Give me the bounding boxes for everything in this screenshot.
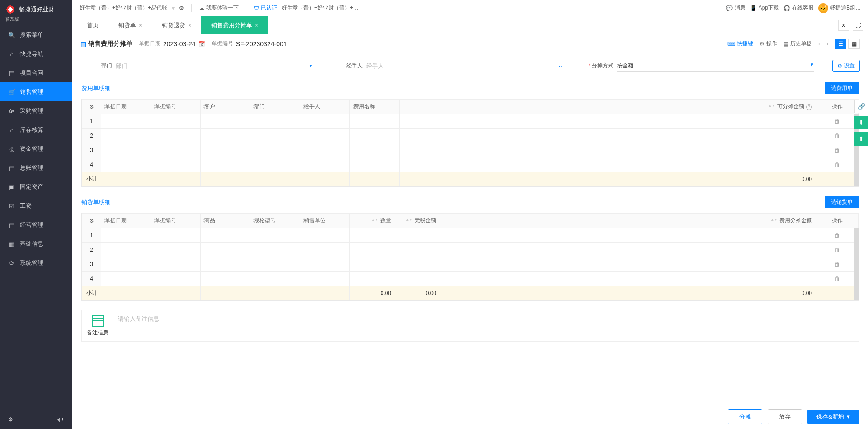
- tab-home[interactable]: 首页: [77, 16, 108, 34]
- topbar-gear-icon[interactable]: ⚙: [179, 5, 184, 11]
- select-fee-button[interactable]: 选费用单: [825, 82, 859, 94]
- view-list-button[interactable]: ☰: [835, 39, 846, 49]
- col-feename[interactable]: ▲▼费用名称: [350, 100, 400, 114]
- nav-search[interactable]: 🔍搜索菜单: [0, 25, 72, 44]
- remarks-input[interactable]: [113, 310, 859, 341]
- column-gear[interactable]: ⚙: [82, 214, 101, 228]
- table-row[interactable]: 1🗑: [82, 228, 859, 243]
- col-date[interactable]: ▲▼单据日期: [101, 100, 151, 114]
- nav-system[interactable]: ⟳系统管理: [0, 253, 72, 272]
- col-code[interactable]: ▲▼单据编号: [151, 100, 201, 114]
- nav-quicknav[interactable]: ⌂快捷导航: [0, 44, 72, 63]
- handler-input[interactable]: [366, 61, 561, 72]
- col-handler[interactable]: ▲▼经手人: [300, 100, 350, 114]
- settings-button[interactable]: ⚙设置: [832, 60, 860, 72]
- sort-icon[interactable]: ▲▼: [203, 104, 206, 110]
- sort-icon[interactable]: ▲▼: [103, 104, 107, 110]
- sort-icon[interactable]: ▲▼: [371, 219, 378, 221]
- table-row[interactable]: 3🗑: [82, 257, 859, 272]
- operate-link[interactable]: ⚙操作: [760, 40, 777, 48]
- scrollbar[interactable]: [854, 228, 859, 300]
- next-button[interactable]: ›: [826, 41, 828, 47]
- export-button[interactable]: ⬆: [854, 132, 868, 146]
- user-menu[interactable]: 🐱畅捷通B组…: [818, 3, 861, 13]
- col-spec[interactable]: ▲▼规格型号: [250, 214, 300, 228]
- close-icon[interactable]: ×: [139, 22, 142, 29]
- nav-ledger[interactable]: ▤总账管理: [0, 158, 72, 177]
- allocate-button[interactable]: 分摊: [728, 409, 762, 424]
- tab-sales-return[interactable]: 销货退货×: [152, 16, 201, 34]
- nav-project[interactable]: ▤项目合同: [0, 63, 72, 82]
- delete-icon[interactable]: 🗑: [835, 162, 840, 168]
- sort-icon[interactable]: ▲▼: [768, 105, 775, 107]
- close-icon[interactable]: ×: [255, 22, 258, 29]
- calendar-icon[interactable]: 📅: [198, 41, 205, 47]
- col-customer[interactable]: ▲▼客户: [201, 100, 250, 114]
- nav-business[interactable]: ▤经营管理: [0, 215, 72, 234]
- nav-salary[interactable]: ☑工资: [0, 196, 72, 215]
- dept-input[interactable]: [116, 61, 312, 72]
- table-row[interactable]: 2🗑: [82, 243, 859, 257]
- import-button[interactable]: ⬇: [854, 116, 868, 129]
- download-link[interactable]: 📱App下载: [750, 4, 779, 12]
- nav-purchase[interactable]: 🛍采购管理: [0, 101, 72, 120]
- chevron-down-icon[interactable]: ▼: [308, 63, 313, 68]
- view-grid-button[interactable]: ▦: [848, 39, 860, 49]
- nav-sales[interactable]: 🛒销售管理: [0, 82, 72, 101]
- close-all-button[interactable]: ✕: [838, 20, 849, 31]
- column-gear[interactable]: ⚙: [82, 100, 101, 114]
- history-link[interactable]: ▤历史单据: [783, 40, 812, 48]
- service-link[interactable]: 🎧在线客服: [783, 4, 814, 12]
- table-row[interactable]: 2🗑: [82, 129, 859, 143]
- table-row[interactable]: 1🗑: [82, 114, 859, 129]
- col-alloc-amount[interactable]: ▲▼可分摊金额?: [400, 100, 816, 114]
- chevron-down-icon[interactable]: ▾: [172, 5, 175, 11]
- tab-sales-order[interactable]: 销货单×: [108, 16, 152, 34]
- sort-icon[interactable]: ▲▼: [153, 218, 156, 224]
- nav-inventory[interactable]: ⌂库存核算: [0, 120, 72, 139]
- sort-icon[interactable]: ▲▼: [252, 218, 256, 224]
- nav-funds[interactable]: ◎资金管理: [0, 139, 72, 158]
- sort-icon[interactable]: ▲▼: [302, 104, 306, 110]
- sort-icon[interactable]: ▲▼: [352, 104, 355, 110]
- attach-button[interactable]: 🔗: [854, 100, 868, 113]
- save-new-button[interactable]: 保存&新增▾: [807, 410, 859, 424]
- more-icon[interactable]: ···: [557, 63, 564, 69]
- breadcrumb[interactable]: 好生意（普）+好业财（普）+易代账: [80, 4, 167, 12]
- sort-icon[interactable]: ▲▼: [252, 104, 256, 110]
- close-icon[interactable]: ×: [188, 22, 191, 29]
- settings-icon[interactable]: ⚙: [8, 416, 13, 423]
- messages-link[interactable]: 💬消息: [726, 4, 745, 12]
- col-date[interactable]: ▲▼单据日期: [101, 214, 151, 228]
- fullscreen-button[interactable]: ⛶: [853, 20, 863, 31]
- shortcut-link[interactable]: ⌨快捷键: [727, 40, 753, 48]
- date-value[interactable]: 2023-03-24: [163, 40, 196, 48]
- nav-basedata[interactable]: ▦基础信息: [0, 234, 72, 253]
- delete-icon[interactable]: 🗑: [835, 232, 840, 238]
- discard-button[interactable]: 放弃: [768, 409, 802, 424]
- sort-icon[interactable]: ▲▼: [302, 218, 306, 224]
- col-product[interactable]: ▲▼商品: [201, 214, 250, 228]
- delete-icon[interactable]: 🗑: [835, 133, 840, 139]
- nav-assets[interactable]: ▣固定资产: [0, 177, 72, 196]
- col-dept[interactable]: ▲▼部门: [250, 100, 300, 114]
- col-fee-alloc[interactable]: ▲▼费用分摊金额: [440, 214, 816, 228]
- table-row[interactable]: 4🗑: [82, 157, 859, 172]
- col-unit[interactable]: ▲▼销售单位: [300, 214, 350, 228]
- delete-icon[interactable]: 🗑: [835, 147, 840, 153]
- col-qty[interactable]: ▲▼数量: [350, 214, 395, 228]
- delete-icon[interactable]: 🗑: [835, 118, 840, 124]
- sort-icon[interactable]: ▲▼: [103, 218, 107, 224]
- col-code[interactable]: ▲▼单据编号: [151, 214, 201, 228]
- sort-icon[interactable]: ▲▼: [153, 104, 156, 110]
- alloc-select[interactable]: 按金额▼: [617, 60, 814, 72]
- delete-icon[interactable]: 🗑: [835, 261, 840, 267]
- help-icon[interactable]: ?: [806, 104, 812, 110]
- delete-icon[interactable]: 🗑: [835, 276, 840, 282]
- select-sales-button[interactable]: 选销货单: [825, 196, 859, 208]
- table-row[interactable]: 4🗑: [82, 272, 859, 286]
- tab-sales-allocation[interactable]: 销售费用分摊单×: [201, 16, 268, 34]
- experience-link[interactable]: ☁我要体验一下: [199, 4, 239, 12]
- delete-icon[interactable]: 🗑: [835, 247, 840, 253]
- breadcrumb-2[interactable]: 好生意（普）+好业财（普）+…: [282, 4, 359, 12]
